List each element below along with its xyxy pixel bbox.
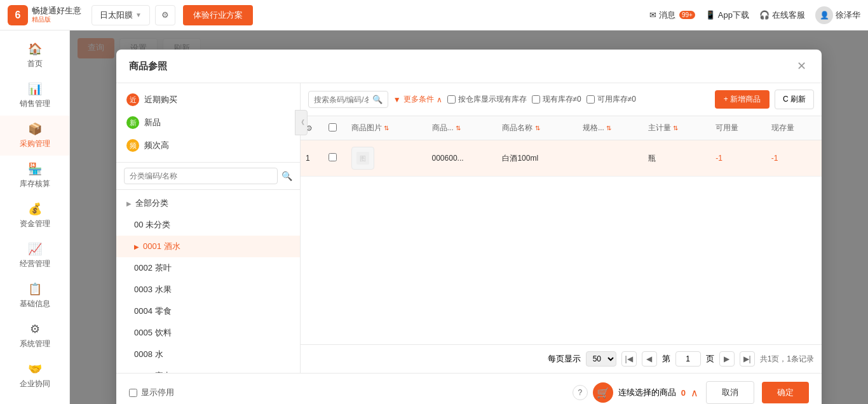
- product-search-field[interactable]: 🔍: [308, 91, 388, 108]
- message-badge: 99+: [679, 11, 695, 19]
- first-page-btn[interactable]: |◀: [621, 351, 637, 367]
- cat-label-unclassified: 00 未分类: [134, 219, 170, 231]
- quick-nav-new[interactable]: 新 新品: [116, 111, 300, 134]
- last-page-btn[interactable]: ▶|: [740, 351, 755, 367]
- page-size-select[interactable]: 50: [586, 351, 616, 367]
- sidebar-item-inventory[interactable]: 🏪 库存核算: [0, 156, 69, 196]
- help-icon[interactable]: ?: [573, 385, 588, 400]
- cat-arrow-liquor: ▶: [134, 243, 139, 250]
- modal-footer: 显示停用 ? 🛒 连续选择的商品 0 ∧ 取消 确定: [116, 373, 822, 404]
- settings-icon[interactable]: ⚙: [155, 5, 175, 25]
- cart-icon-btn[interactable]: 🛒: [593, 382, 613, 403]
- filter-collapse-icon: ∧: [437, 95, 442, 104]
- sidebar-item-finance[interactable]: 💰 资金管理: [0, 196, 69, 236]
- sort-name-icon: ⇅: [535, 125, 540, 131]
- product-table-container: ⚙ 商品图片 ⇅: [301, 116, 822, 344]
- sidebar-item-system[interactable]: ⚙ 系统管理: [0, 316, 69, 356]
- content-area: 查询 设置 刷新 商品参照 ✕: [70, 30, 868, 404]
- svg-text:图: 图: [360, 155, 366, 162]
- cat-arrow-all: ▶: [126, 200, 132, 207]
- modal-right-panel: 🔍 ▼ 更多条件 ∧ 按仓库显示现有库存: [301, 83, 822, 373]
- sidebar-item-guide[interactable]: 📖 新手引导: [0, 396, 69, 404]
- col-image: 商品图片 ⇅: [346, 116, 427, 140]
- quick-nav-frequent[interactable]: 频 频次高: [116, 134, 300, 157]
- col-checkbox: [323, 116, 346, 140]
- cell-code: 000600...: [427, 140, 498, 177]
- col-name-label: 商品名称: [502, 123, 532, 132]
- cell-unit: 瓶: [643, 140, 710, 177]
- row-checkbox[interactable]: [329, 153, 337, 161]
- filter-stock-ne-label: 现有库存≠0: [543, 94, 581, 105]
- add-product-btn[interactable]: + 新增商品: [715, 90, 770, 109]
- category-search-icon[interactable]: 🔍: [281, 171, 292, 181]
- category-item-tea[interactable]: 0002 茶叶: [116, 257, 300, 279]
- sidebar-item-business[interactable]: 📈 经营管理: [0, 236, 69, 276]
- col-available-label: 可用量: [715, 123, 738, 132]
- modal-close-btn[interactable]: ✕: [794, 58, 809, 74]
- store-dropdown[interactable]: 日太阳膜 ▼: [92, 5, 150, 25]
- category-item-liquor[interactable]: ▶ 0001 酒水: [116, 236, 300, 257]
- col-image-label: 商品图片: [351, 123, 382, 132]
- cell-image: 图: [346, 140, 427, 177]
- filter-more-btn[interactable]: ▼ 更多条件 ∧: [393, 94, 442, 105]
- sort-code-icon: ⇅: [456, 125, 461, 131]
- table-row[interactable]: 1 图: [301, 140, 822, 177]
- show-disabled-label: 显示停用: [141, 387, 174, 398]
- modal-title: 商品参照: [129, 60, 167, 72]
- sidebar-item-home[interactable]: 🏠 首页: [0, 36, 69, 76]
- sidebar-item-sales[interactable]: 📊 销售管理: [0, 76, 69, 116]
- select-all-checkbox[interactable]: [329, 123, 337, 131]
- refresh-btn[interactable]: C 刷新: [775, 90, 814, 109]
- user-area[interactable]: 👤 徐泽华: [815, 6, 860, 24]
- page-number-input[interactable]: 1: [675, 351, 701, 367]
- app-download-btn[interactable]: 📱 App下载: [705, 10, 749, 21]
- sidebar-label-sales: 销售管理: [20, 98, 50, 109]
- recent-icon: 近: [126, 93, 139, 106]
- sidebar-label-inventory: 库存核算: [20, 178, 50, 189]
- sales-icon: 📊: [28, 82, 42, 96]
- logo-area: 6 畅捷通好生意 精品版: [8, 5, 81, 25]
- cart-collapse-icon[interactable]: ∧: [691, 387, 698, 399]
- basic-icon: 📋: [28, 282, 42, 296]
- category-item-all[interactable]: ▶ 全部分类: [116, 192, 300, 214]
- category-item-appliance[interactable]: 0010 家电: [116, 365, 300, 373]
- total-info: 共1页，1条记录: [760, 354, 814, 365]
- category-item-unclassified[interactable]: 00 未分类: [116, 214, 300, 236]
- prev-page-btn[interactable]: ◀: [642, 351, 657, 367]
- sidebar-item-purchase[interactable]: 📦 采购管理: [0, 116, 69, 156]
- show-disabled-checkbox[interactable]: 显示停用: [129, 387, 174, 398]
- cell-checkbox[interactable]: [323, 140, 346, 177]
- col-stock-label: 现存量: [771, 123, 794, 132]
- category-list: ▶ 全部分类 00 未分类 ▶ 0001 酒水 0002 茶: [116, 190, 300, 373]
- category-item-snack[interactable]: 0004 零食: [116, 300, 300, 322]
- confirm-btn[interactable]: 确定: [762, 382, 809, 403]
- col-spec-label: 规格...: [583, 123, 604, 132]
- page-suffix: 页: [706, 353, 714, 365]
- sidebar-item-basic[interactable]: 📋 基础信息: [0, 276, 69, 316]
- next-page-btn[interactable]: ▶: [719, 351, 735, 367]
- filter-stock-ne-checkbox[interactable]: 现有库存≠0: [532, 94, 581, 105]
- disabled-checkbox[interactable]: [129, 389, 137, 397]
- sort-image-icon: ⇅: [384, 125, 389, 131]
- filter-usable-ne-checkbox[interactable]: 可用库存≠0: [587, 94, 636, 105]
- modal-body: 近 近期购买 新 新品 频 频次高 《: [116, 83, 822, 373]
- sidebar-item-corp[interactable]: 🤝 企业协同: [0, 356, 69, 396]
- product-search-input[interactable]: [314, 95, 369, 104]
- category-item-fruit[interactable]: 0003 水果: [116, 279, 300, 300]
- online-service-btn[interactable]: 🎧 在线客服: [759, 10, 805, 21]
- home-icon: 🏠: [28, 42, 42, 56]
- modal-overlay: 商品参照 ✕ 近 近期购买 新: [70, 30, 868, 404]
- product-search-icon[interactable]: 🔍: [372, 95, 383, 104]
- cancel-btn[interactable]: 取消: [706, 381, 754, 404]
- filter-warehouse-checkbox[interactable]: 按仓库显示现有库存: [447, 94, 527, 105]
- category-search-input[interactable]: [124, 168, 278, 184]
- modal-header: 商品参照 ✕: [116, 50, 822, 83]
- messages-btn[interactable]: ✉ 消息 99+: [649, 10, 695, 21]
- category-item-beverage[interactable]: 0005 饮料: [116, 322, 300, 344]
- inventory-icon: 🏪: [28, 162, 42, 176]
- cart-area: ? 🛒 连续选择的商品 0 ∧: [573, 382, 698, 403]
- experience-btn[interactable]: 体验行业方案: [183, 5, 253, 25]
- collapse-left-panel-btn[interactable]: 《: [295, 110, 308, 135]
- quick-nav-recent[interactable]: 近 近期购买: [116, 88, 300, 111]
- category-item-water[interactable]: 0008 水: [116, 344, 300, 365]
